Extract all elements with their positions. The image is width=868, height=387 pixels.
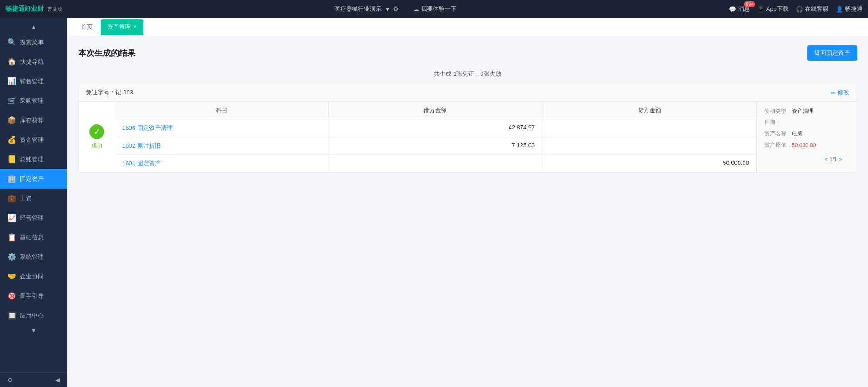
cell-credit-2: 50,000.00	[542, 155, 756, 172]
sidebar-item-search-menu[interactable]: 🔍搜索菜单	[0, 32, 67, 52]
sidebar-item-inventory[interactable]: 📦库存核算	[0, 110, 67, 130]
sidebar-item-payroll[interactable]: 💼工资	[0, 189, 67, 208]
tab-home[interactable]: 首页	[74, 19, 99, 35]
sidebar-icon-fixed-assets: 🏢	[7, 174, 16, 183]
sidebar-item-guide[interactable]: 🎯新手引导	[0, 286, 67, 306]
sidebar-label-basic-info: 基础信息	[20, 233, 44, 242]
main-layout: ▲ 🔍搜索菜单🏠快捷导航📊销售管理🛒采购管理📦库存核算💰资金管理📒总账管理🏢固定…	[0, 18, 868, 387]
headset-icon: 🎧	[796, 6, 803, 13]
next-page-button[interactable]: >	[839, 156, 842, 163]
edition-label: 普及版	[47, 6, 62, 13]
cell-subject-1[interactable]: 1602 累计折旧	[115, 137, 329, 154]
cell-subject-2[interactable]: 1601 固定资产	[115, 155, 329, 172]
prev-page-button[interactable]: <	[824, 156, 828, 163]
sidebar-item-operations[interactable]: 📈经营管理	[0, 208, 67, 228]
sidebar-label-app-center: 应用中心	[20, 312, 44, 320]
col-subject: 科目	[115, 102, 329, 119]
sidebar-item-enterprise[interactable]: 🤝企业协同	[0, 267, 67, 286]
sidebar: ▲ 🔍搜索菜单🏠快捷导航📊销售管理🛒采购管理📦库存核算💰资金管理📒总账管理🏢固定…	[0, 18, 67, 387]
sidebar-icon-basic-info: 📋	[7, 233, 16, 242]
return-button[interactable]: 返回固定资产	[807, 45, 857, 61]
edit-label: 修改	[838, 89, 849, 97]
edit-icon: ✏	[831, 89, 836, 96]
dropdown-icon: ▼	[384, 6, 390, 13]
sidebar-label-quick-nav: 快捷导航	[20, 58, 44, 66]
company-selector[interactable]: 医疗器械行业演示 ▼ ⚙	[334, 5, 399, 13]
sidebar-scroll-up[interactable]: ▲	[0, 22, 67, 32]
table-row: 1602 累计折旧 7,125.03	[115, 137, 756, 155]
message-icon: 💬	[729, 6, 736, 13]
gear-icon[interactable]: ⚙	[393, 5, 399, 13]
page-indicator: 1/1	[829, 156, 837, 163]
tab-asset-management[interactable]: 资产管理×	[101, 19, 143, 35]
asset-name-label: 资产名称：	[764, 130, 792, 138]
sidebar-label-inventory: 库存核算	[20, 116, 44, 124]
voucher-header: 凭证字号：记-003 ✏ 修改	[79, 84, 857, 102]
cloud-icon: ☁	[413, 6, 419, 13]
table-row: 1601 固定资产 50,000.00	[115, 155, 756, 172]
cell-debit-2	[329, 155, 543, 172]
tab-label-home: 首页	[81, 23, 93, 30]
sidebar-item-system[interactable]: ⚙️系统管理	[0, 247, 67, 267]
sidebar-label-fixed-assets: 固定资产	[20, 175, 44, 183]
settings-icon[interactable]: ⚙	[7, 377, 13, 383]
content-area: 首页资产管理× 本次生成的结果 返回固定资产 共生成 1张凭证，0张失败 凭证字…	[67, 18, 868, 387]
sidebar-item-ledger[interactable]: 📒总账管理	[0, 149, 67, 169]
phone-icon: 📱	[757, 6, 764, 13]
sidebar-label-sales: 销售管理	[20, 77, 44, 85]
sidebar-icon-ledger: 📒	[7, 155, 16, 164]
cell-debit-0: 42,874.97	[329, 119, 543, 137]
sidebar-icon-quick-nav: 🏠	[7, 57, 16, 66]
sidebar-scroll-down[interactable]: ▼	[0, 325, 67, 336]
app-logo: 畅捷通好业财	[5, 5, 44, 13]
collapse-icon[interactable]: ◀	[55, 377, 60, 383]
success-label: 成功	[91, 142, 102, 149]
sidebar-label-purchase: 采购管理	[20, 97, 44, 105]
success-icon: ✓	[89, 124, 104, 139]
sidebar-item-app-center[interactable]: 🔲应用中心	[0, 306, 67, 325]
tabs-bar: 首页资产管理×	[67, 18, 868, 36]
sidebar-item-sales[interactable]: 📊销售管理	[0, 71, 67, 91]
user-profile-button[interactable]: 👤 畅捷通	[836, 5, 863, 13]
success-area: ✓ 成功	[79, 102, 115, 172]
messages-button[interactable]: 💬 消息 99+	[729, 5, 750, 13]
sidebar-bottom: ⚙ ◀	[0, 372, 67, 387]
cell-subject-0[interactable]: 1606 固定资产清理	[115, 119, 329, 137]
topbar: 畅捷通好业财 普及版 医疗器械行业演示 ▼ ⚙ ☁ 我要体验一下 💬 消息 99…	[0, 0, 868, 18]
experience-label: 我要体验一下	[421, 5, 456, 13]
page-header: 本次生成的结果 返回固定资产	[78, 45, 857, 61]
col-debit: 借方金额	[329, 102, 543, 119]
col-credit: 贷方金额	[542, 102, 756, 119]
sidebar-icon-system: ⚙️	[7, 253, 16, 261]
table-row: 1606 固定资产清理 42,874.97	[115, 119, 756, 137]
sidebar-item-basic-info[interactable]: 📋基础信息	[0, 228, 67, 247]
sidebar-label-guide: 新手引导	[20, 292, 44, 300]
info-asset-name: 资产名称： 电脑	[764, 130, 849, 138]
summary-text: 共生成 1张凭证，0张失败	[434, 70, 501, 77]
sidebar-icon-guide: 🎯	[7, 292, 16, 300]
cell-credit-0	[542, 119, 756, 137]
online-service-button[interactable]: 🎧 在线客服	[796, 5, 828, 13]
page-content: 本次生成的结果 返回固定资产 共生成 1张凭证，0张失败 凭证字号：记-003 …	[67, 36, 868, 387]
asset-value-label: 资产原值：	[764, 141, 792, 149]
info-panel: 变动类型： 资产清理 日期： 资产名称： 电脑 资产原值：	[757, 102, 857, 172]
tab-label-asset-management: 资产管理	[107, 23, 131, 30]
info-date: 日期：	[764, 119, 849, 126]
user-name: 畅捷通	[845, 5, 863, 13]
sidebar-item-funds[interactable]: 💰资金管理	[0, 130, 67, 149]
voucher-body: ✓ 成功 科目 借方金额 贷方金额 1606 固定资产清理 42,874.97	[79, 102, 857, 172]
sidebar-label-enterprise: 企业协同	[20, 273, 44, 281]
tab-close-asset-management[interactable]: ×	[134, 24, 137, 30]
sidebar-item-fixed-assets[interactable]: 🏢固定资产	[0, 169, 67, 189]
sidebar-icon-payroll: 💼	[7, 194, 16, 203]
app-download-button[interactable]: 📱 App下载	[757, 5, 789, 13]
voucher-number: 凭证字号：记-003	[86, 89, 133, 97]
change-type-value: 资产清理	[792, 107, 813, 115]
sidebar-item-purchase[interactable]: 🛒采购管理	[0, 91, 67, 110]
sidebar-label-operations: 经营管理	[20, 214, 44, 222]
edit-button[interactable]: ✏ 修改	[831, 89, 849, 97]
info-asset-value: 资产原值： 50,000.00	[764, 141, 849, 149]
company-name: 医疗器械行业演示	[334, 5, 382, 13]
sidebar-item-quick-nav[interactable]: 🏠快捷导航	[0, 52, 67, 71]
experience-button[interactable]: ☁ 我要体验一下	[413, 5, 456, 13]
